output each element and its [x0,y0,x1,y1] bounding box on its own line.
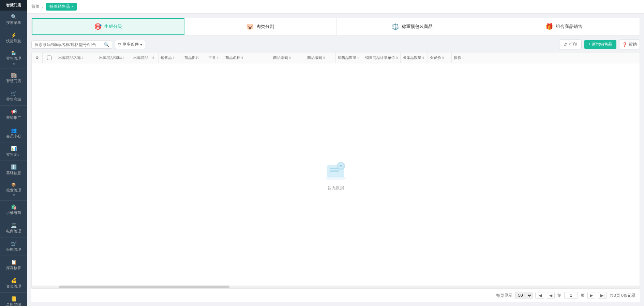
chart-icon: 📊 [11,146,17,151]
filter-label: 更多条件 [122,42,139,47]
sidebar-item-label: 智慧门店 [6,78,21,83]
th-label: 主量 [208,55,216,60]
sidebar-item-quicknav[interactable]: ⚡ 快捷导航 [0,29,27,47]
tab-combo[interactable]: 🎁 组合商品销售 [488,18,640,35]
search-icon: 🔍 [104,42,109,47]
tab-weight[interactable]: ⚖️ 称重预包装商品 [336,18,488,35]
th-main[interactable]: 主量 ⇅ [206,52,223,63]
print-button[interactable]: 🖨 打印 [559,40,582,49]
next-page-button[interactable]: ▶ [587,292,595,299]
sort-icon: ⇅ [289,56,291,59]
empty-state: 暂无数据 [322,158,349,191]
users-icon: 👥 [11,127,17,133]
total-info: 共0页 0条记录 [610,293,636,299]
sort-icon: ⇅ [241,56,243,59]
sidebar-item-retail-mall[interactable]: 🛒 零售商城 [0,87,27,106]
th-product-code[interactable]: 商品编码 ⇅ [305,52,336,63]
fresh-icon: 🎯 [94,23,102,30]
add-product-button[interactable]: + 新增销售品 [584,40,616,49]
close-tab-icon[interactable]: × [71,5,73,9]
sidebar-item-inventory[interactable]: 📋 库存核算 [0,256,27,274]
breadcrumb-home[interactable]: 首页 [31,4,40,10]
sidebar-item-search[interactable]: 🔍 搜索菜单 [0,11,27,29]
th-product-name[interactable]: 商品名称 ⇅ [223,52,271,63]
th-sale-unit[interactable]: 销售商品计量单位 ⇅ [363,52,401,63]
per-page-select[interactable]: 50 10 20 100 [515,292,533,299]
toolbar-right: 🖨 打印 + 新增销售品 ❓ 帮助 [559,40,640,49]
th-label: 商品图片 [184,55,199,60]
sidebar-item-label: 采购管理 [6,247,21,252]
sidebar-item-members[interactable]: 👥 会员中心 [0,124,27,142]
th-label: 出库商品名称 [58,55,81,60]
th-member-price[interactable]: 会员价 ⇅ [428,52,452,63]
print-icon: 🖨 [564,42,568,47]
tab-meat[interactable]: 🐷 肉类分割 [184,18,336,35]
table-container: ⚙ 出库商品名称 ⇅ 出库商品编码 ⇅ 出库商品... ⇅ [31,52,640,289]
scale-icon: ⚖️ [391,23,399,30]
sidebar-item-label: 零售管理 [6,56,21,61]
sidebar-item-general-ledger[interactable]: 📒 总账管理 [0,293,27,306]
tab-combo-label: 组合商品销售 [556,24,582,30]
sidebar-item-purchase[interactable]: 🛒 采购管理 [0,238,27,256]
sidebar-item-basic-info[interactable]: ℹ️ 基础信息 [0,161,27,179]
th-out-name[interactable]: 出库商品名称 ⇅ [56,52,97,63]
sidebar-item-label: 总账管理 [6,302,21,306]
tab-label: 特殊销售品 [49,4,70,10]
sidebar-item-label: 小畅电商 [6,210,21,215]
th-sale-qty[interactable]: 销售品数量 ⇅ [336,52,363,63]
tab-fresh[interactable]: 🎯 生鲜分级 [32,18,184,35]
filter-icon: ▽ [118,42,121,47]
scrollbar-thumb[interactable] [59,286,229,288]
sidebar-item-finance[interactable]: 💰 资金管理 [0,274,27,293]
select-all-checkbox[interactable] [47,56,51,60]
th-label: 出库品数量 [403,55,421,60]
sidebar-item-label: 基础信息 [6,170,21,175]
sidebar-item-ecommerce-small[interactable]: 🛍️ 小畅电商 [0,201,27,219]
sidebar-item-label: 搜索菜单 [6,20,21,25]
first-page-button[interactable]: |◀ [535,292,544,299]
sidebar-item-smart-store[interactable]: 🏬 智慧门店 [0,69,27,87]
empty-icon [322,158,349,182]
help-button[interactable]: ❓ 帮助 [619,40,640,49]
sidebar-item-retail[interactable]: 🏪 零售管理 ▲ [0,47,27,69]
top-bar: 首页 / 特殊销售品 × [27,0,644,14]
sort-icon: ⇅ [442,56,444,59]
add-label: + 新增销售品 [588,42,612,47]
building-icon: 🏬 [11,72,17,78]
th-label: 操作 [454,55,461,60]
cart-icon: 🛒 [11,91,17,96]
active-tab[interactable]: 特殊销售品 × [46,3,77,11]
th-out-spec[interactable]: 出库商品... ⇅ [131,52,159,63]
th-out-code[interactable]: 出库商品编码 ⇅ [97,52,131,63]
search-input[interactable] [34,42,103,47]
horizontal-scrollbar[interactable] [32,286,640,288]
th-barcode[interactable]: 商品条码 ⇅ [271,52,305,63]
help-icon: ❓ [622,42,627,47]
th-label: 商品条码 [273,55,288,60]
sidebar-item-ecommerce-mgmt[interactable]: 💻 电商管理 [0,219,27,238]
sidebar-item-marketing[interactable]: 📢 营销推广 [0,106,27,124]
sort-icon: ⇅ [152,56,154,59]
ledger-icon: 📒 [11,296,17,302]
meat-icon: 🐷 [246,23,254,30]
th-sale-item[interactable]: 销售品 ⇅ [159,52,182,63]
main-content: 首页 / 特殊销售品 × 🎯 生鲜分级 🐷 肉类分割 ⚖️ 称重预包装商品 🎁 [27,0,644,306]
per-page-label: 每页显示 [496,293,512,299]
th-action: 操作 [452,52,640,63]
filter-button[interactable]: ▽ 更多条件 ▾ [115,40,145,49]
laptop-icon: 💻 [11,223,17,228]
last-page-button[interactable]: ▶| [598,292,607,299]
breadcrumb-separator: / [42,4,43,9]
clipboard-icon: 📋 [11,259,17,265]
page-number-input[interactable] [564,292,578,299]
prev-page-button[interactable]: ◀ [547,292,555,299]
print-label: 打印 [569,42,577,47]
category-tabs: 🎯 生鲜分级 🐷 肉类分割 ⚖️ 称重预包装商品 🎁 组合商品销售 [31,18,640,35]
sidebar-item-wholesale[interactable]: 📦 批发管理 ▼ [0,179,27,201]
th-label: 销售品 [161,55,172,60]
sidebar-item-retail-stats[interactable]: 📊 零售统计 [0,142,27,161]
th-checkbox[interactable] [43,52,56,63]
th-image[interactable]: 商品图片 [182,52,206,63]
th-settings[interactable]: ⚙ [32,52,43,63]
th-out-qty[interactable]: 出库品数量 ⇅ [401,52,428,63]
